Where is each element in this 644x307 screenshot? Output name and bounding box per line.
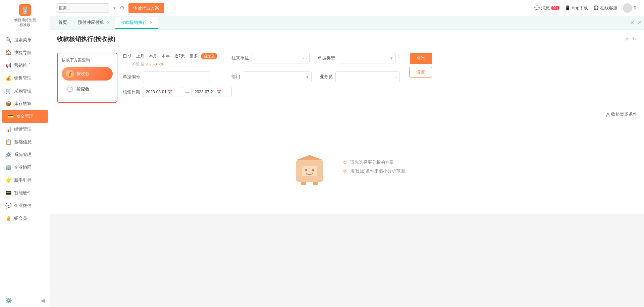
collapse-more-label: 收起更多条件 xyxy=(611,111,637,117)
filter-option-receipt[interactable]: 💰 按收款 xyxy=(62,67,113,81)
sidebar-item-marketing[interactable]: 📢营销推广 xyxy=(0,59,50,72)
content-area: 收款核销执行(按收款) ↗ ↻ xyxy=(50,30,644,307)
page-header: 收款核销执行(按收款) ↗ ↻ xyxy=(50,30,644,47)
tab-home[interactable]: 首页 xyxy=(53,17,72,29)
doc-no-label: 单据编号 xyxy=(123,74,140,80)
tab-collection-label: 收款核销执行 xyxy=(121,19,147,25)
sidebar-item-system[interactable]: ⚙️系统管理 xyxy=(0,148,50,161)
filter-action-buttons: 查询 设置 xyxy=(407,47,439,108)
topbar: ▾ ⚙ 体验行业方案 💬 消息 99+ 📱 App下载 🎧 在线客服 Rit xyxy=(50,0,644,16)
finance-icon: 💳 xyxy=(7,113,13,119)
close-prepay-tab-icon[interactable]: ✕ xyxy=(107,20,110,25)
refresh-button[interactable]: ↻ xyxy=(632,37,637,42)
date-last-7days[interactable]: 近7天 xyxy=(173,53,186,60)
tab-prepay-label: 预付冲应付单 xyxy=(78,19,104,25)
sidebar-label-marketing: 营销推广 xyxy=(14,62,32,68)
settings-gear-icon[interactable]: ⚙ xyxy=(120,5,124,11)
tab-collection[interactable]: 收款核销执行 ✕ xyxy=(115,17,158,29)
sidebar-item-purchase[interactable]: 🛒采购管理 xyxy=(0,85,50,97)
sidebar-item-enterprise[interactable]: 🏢企业协同 xyxy=(0,161,50,174)
sidebar-item-quicknav[interactable]: 🏠快捷导航 xyxy=(0,46,50,59)
cal-to-icon[interactable]: 📅 xyxy=(216,90,221,94)
doc-type-select[interactable]: ▾ xyxy=(338,53,396,63)
sidebar-item-guide[interactable]: 🌟新手引导 xyxy=(0,174,50,187)
settings-icon[interactable]: ⚙️ xyxy=(5,297,12,304)
set-button[interactable]: 设置 xyxy=(409,67,432,78)
online-service-item[interactable]: 🎧 在线客服 xyxy=(593,5,618,11)
basic-icon: 📋 xyxy=(5,139,11,145)
date-this-month[interactable]: 本月 xyxy=(148,53,158,60)
search-input[interactable] xyxy=(56,3,109,13)
filter-fields: 《 日期 上月 本月 本年 近7天 xyxy=(123,53,400,103)
sidebar-item-operation[interactable]: 📊经营管理 xyxy=(0,123,50,136)
sidebar-label-quicknav: 快捷导航 xyxy=(14,50,32,56)
date-more[interactable]: 更多 xyxy=(188,53,199,60)
sidebar-item-finance[interactable]: 💳资金管理 xyxy=(2,110,48,123)
sidebar-label-enterprise: 企业协同 xyxy=(14,164,32,170)
close-window-icon[interactable]: ✕ xyxy=(630,19,634,26)
writeoff-to-input[interactable]: 2023-07-21 📅 xyxy=(192,87,232,97)
receipt-icon: 💰 xyxy=(66,70,74,78)
hardware-icon: 📟 xyxy=(5,190,11,196)
doc-no-input[interactable] xyxy=(143,71,210,82)
sidebar-item-basic[interactable]: 📋基础信息 xyxy=(0,136,50,148)
cal-from-icon[interactable]: 📅 xyxy=(168,90,173,94)
sidebar-item-member[interactable]: ✌️畅会员 xyxy=(0,212,50,225)
search-chevron-icon[interactable]: ▾ xyxy=(113,5,116,10)
svg-rect-5 xyxy=(301,182,306,185)
message-badge: 99+ xyxy=(551,6,559,10)
sidebar-item-hardware[interactable]: 📟智能硬件 xyxy=(0,187,50,199)
export-icon: ↗ xyxy=(625,37,628,42)
member-icon: ✌️ xyxy=(5,215,11,221)
collapse-more-area: ⋀ 收起更多条件 xyxy=(50,108,644,120)
partner-input[interactable] xyxy=(252,53,310,63)
filter-option-receivable-label: 按应收 xyxy=(76,86,90,92)
app-logo-text: 畅捷通好生意 标准版 xyxy=(14,17,36,28)
app-download-item[interactable]: 📱 App下载 xyxy=(565,5,588,11)
date-label: 日期 xyxy=(123,53,131,59)
dept-chevron-icon: ▾ xyxy=(306,74,309,80)
sidebar-logo: 🐰 畅捷通好生意 标准版 xyxy=(0,0,50,32)
dept-select[interactable]: ▾ xyxy=(243,71,312,82)
user-avatar[interactable]: Rit xyxy=(623,3,639,13)
date-nolimit-label: 不限 xyxy=(132,62,140,66)
writeoff-from-value: 2023-03-01 xyxy=(146,90,166,94)
writeoff-from-input[interactable]: 2023-03-01 📅 xyxy=(143,87,183,97)
filter-option-receipt-label: 按收款 xyxy=(76,71,90,77)
message-item[interactable]: 💬 消息 99+ xyxy=(534,5,559,11)
salesperson-input[interactable] xyxy=(335,71,400,82)
maximize-window-icon[interactable]: ⤢ xyxy=(637,19,641,26)
filter-option-receivable[interactable]: 🕐 按应收 xyxy=(62,83,113,96)
message-icon: 💬 xyxy=(534,5,540,10)
close-collection-tab-icon[interactable]: ✕ xyxy=(150,20,153,25)
date-range-separator: — xyxy=(185,90,190,95)
sidebar-item-wechat[interactable]: 💬企业微信 xyxy=(0,199,50,212)
date-last-month[interactable]: 上月 xyxy=(135,53,146,60)
sidebar-item-search[interactable]: 🔍搜索菜单 xyxy=(0,34,50,46)
collapse-panel-button[interactable]: 《 xyxy=(396,53,400,59)
collapse-sidebar-icon[interactable]: ◀ xyxy=(41,297,45,304)
writeoff-date-label: 核销日期 xyxy=(123,89,140,95)
salesperson-dots-icon[interactable]: ··· xyxy=(393,74,397,80)
inventory-icon: 📦 xyxy=(5,101,11,107)
empty-svg xyxy=(289,147,330,187)
tab-prepay[interactable]: 预付冲应付单 ✕ xyxy=(72,17,115,29)
sidebar-item-inventory[interactable]: 📦库存核算 xyxy=(0,97,50,110)
sidebar-nav: 🔍搜索菜单🏠快捷导航📢营销推广💰销售管理🛒采购管理📦库存核算💳资金管理📊经营管理… xyxy=(0,32,50,294)
partner-dots-icon[interactable]: ··· xyxy=(303,55,307,61)
collapse-more-button[interactable]: ⋀ 收起更多条件 xyxy=(606,111,637,117)
date-custom[interactable]: 自定义 xyxy=(201,53,217,59)
date-to-label: 至 xyxy=(141,62,145,66)
quicknav-icon: 🏠 xyxy=(5,50,11,56)
export-button[interactable]: ↗ xyxy=(625,37,630,42)
query-button[interactable]: 查询 xyxy=(410,53,432,64)
purchase-icon: 🛒 xyxy=(5,88,11,94)
salesperson-label: 业务员 xyxy=(320,74,333,80)
doc-type-chevron-icon: ▾ xyxy=(390,56,393,61)
solution-button[interactable]: 体验行业方案 xyxy=(128,3,164,13)
topbar-left: ▾ ⚙ 体验行业方案 xyxy=(56,3,164,13)
search-icon: 🔍 xyxy=(5,37,11,43)
sidebar-item-sales[interactable]: 💰销售管理 xyxy=(0,72,50,85)
svg-point-3 xyxy=(305,169,307,171)
date-this-year[interactable]: 本年 xyxy=(160,53,171,60)
